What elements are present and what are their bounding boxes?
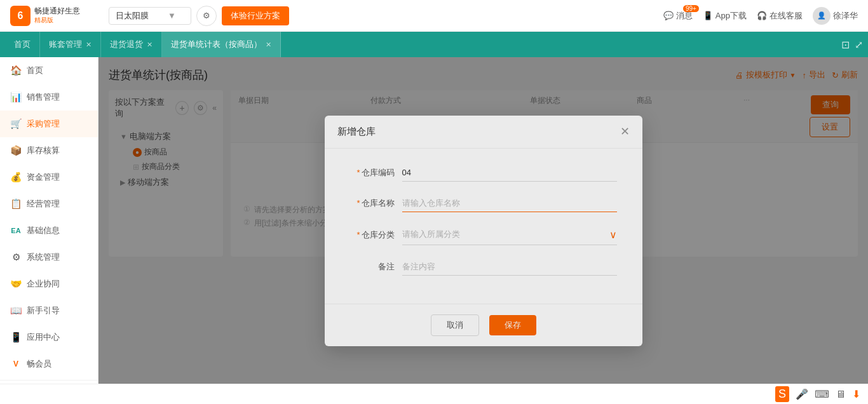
- messages-icon-item[interactable]: 💬 消息 99+: [663, 10, 693, 22]
- sidebar-label-finance: 资金管理: [27, 172, 60, 183]
- form-row-category: *仓库分类 请输入所属分类 ∨: [350, 225, 617, 245]
- page-content: 进货单统计(按商品) 🖨 按模板打印 ▼ ↑ 导出 ↻ 刷新: [98, 57, 868, 404]
- modal-overlay: 新增仓库 ✕ *仓库编码 *仓库名称: [98, 57, 868, 404]
- category-select[interactable]: 请输入所属分类 ∨: [402, 225, 617, 245]
- purchase-icon: 🛒: [10, 118, 22, 130]
- sidebar-label-home: 首页: [27, 65, 43, 76]
- avatar: 👤: [813, 7, 831, 25]
- member-icon: V: [10, 358, 22, 370]
- tab-home[interactable]: 首页: [5, 32, 40, 57]
- sidebar-item-basic-info[interactable]: EA 基础信息: [0, 217, 98, 244]
- sidebar-label-purchase: 采购管理: [27, 118, 60, 130]
- cancel-btn[interactable]: 取消: [431, 314, 479, 336]
- logo-area: 6 畅捷通好生意 精易版: [10, 6, 109, 26]
- save-btn[interactable]: 保存: [489, 315, 536, 335]
- gear-button[interactable]: ⚙: [196, 6, 217, 26]
- logo-icon: 6: [10, 6, 31, 26]
- headset-icon: 🎧: [757, 11, 767, 20]
- search-selector[interactable]: 日太阳膜 ▼: [109, 7, 191, 25]
- sidebar-item-system[interactable]: ⚙ 系统管理: [0, 244, 98, 271]
- s-icon[interactable]: S: [775, 386, 789, 402]
- app-download-item[interactable]: 📱 App下载: [703, 10, 747, 22]
- note-input[interactable]: [402, 258, 617, 276]
- tab-fullscreen-icon[interactable]: ⤢: [855, 39, 863, 51]
- sidebar-separator: [0, 380, 98, 380]
- name-input[interactable]: [402, 194, 617, 212]
- sidebar-item-enterprise[interactable]: 🤝 企业协同: [0, 271, 98, 297]
- mobile-icon: 📱: [703, 11, 713, 20]
- sidebar-item-finance[interactable]: 💰 资金管理: [0, 164, 98, 191]
- online-service-item[interactable]: 🎧 在线客服: [757, 10, 803, 22]
- operations-icon: 📋: [10, 198, 22, 210]
- form-row-note: 备注: [350, 258, 617, 276]
- form-row-name: *仓库名称: [350, 194, 617, 212]
- sidebar-item-guide[interactable]: 📖 新手引导: [0, 297, 98, 324]
- sidebar: 🏠 首页 📊 销售管理 🛒 采购管理 📦 库存核算 💰 资金管理 📋 经营管理 …: [0, 57, 98, 404]
- tab-close-account[interactable]: ✕: [86, 41, 92, 49]
- sidebar-item-home[interactable]: 🏠 首页: [0, 57, 98, 84]
- sidebar-item-sales[interactable]: 📊 销售管理: [0, 84, 98, 111]
- sidebar-label-enterprise: 企业协同: [27, 278, 60, 290]
- sidebar-item-inventory[interactable]: 📦 库存核算: [0, 137, 98, 164]
- modal-close-btn[interactable]: ✕: [620, 126, 630, 137]
- sidebar-label-sales: 销售管理: [27, 91, 60, 103]
- home-tab-label: 首页: [14, 39, 31, 50]
- enterprise-icon: 🤝: [10, 278, 22, 290]
- sidebar-label-inventory: 库存核算: [27, 145, 60, 156]
- status-bar: S 🎤 ⌨ 🖥 ⬇: [0, 384, 868, 404]
- header-search-area: 日太阳膜 ▼ ⚙ 体验行业方案: [109, 6, 663, 26]
- notification-badge: 99+: [683, 5, 699, 12]
- username-label: 徐泽华: [833, 10, 858, 22]
- inventory-icon: 📦: [10, 145, 22, 156]
- tab-expand-icon[interactable]: ⊡: [841, 39, 850, 51]
- header-right: 💬 消息 99+ 📱 App下载 🎧 在线客服 👤 徐泽华: [663, 7, 858, 25]
- select-chevron-icon: ∨: [609, 229, 617, 241]
- account-tab-label: 账套管理: [49, 39, 82, 50]
- tab-bar: 首页 账套管理 ✕ 进货退货 ✕ 进货单统计表（按商品） ✕ ⊡ ⤢: [0, 32, 868, 57]
- guide-icon: 📖: [10, 305, 22, 316]
- code-input[interactable]: [402, 164, 617, 182]
- sidebar-label-apps: 应用中心: [27, 332, 60, 343]
- top-header: 6 畅捷通好生意 精易版 日太阳膜 ▼ ⚙ 体验行业方案 💬 消息 99+ 📱 …: [0, 0, 868, 32]
- modal-header: 新增仓库 ✕: [325, 116, 642, 149]
- modal-body: *仓库编码 *仓库名称 *仓库分类: [325, 149, 642, 304]
- stats-tab-label: 进货单统计表（按商品）: [171, 39, 262, 50]
- system-icon: ⚙: [10, 252, 22, 263]
- app-download-label: App下载: [715, 10, 747, 22]
- sidebar-label-basic-info: 基础信息: [27, 225, 60, 236]
- sidebar-label-guide: 新手引导: [27, 305, 60, 316]
- mic-icon[interactable]: 🎤: [796, 388, 808, 400]
- home-icon: 🏠: [10, 65, 22, 76]
- company-name: 畅捷通好生意: [34, 6, 80, 17]
- name-label: *仓库名称: [350, 198, 395, 209]
- tab-stats[interactable]: 进货单统计表（按商品） ✕: [162, 32, 281, 57]
- sales-icon: 📊: [10, 91, 22, 103]
- message-icon: 💬: [663, 11, 674, 20]
- download-icon[interactable]: ⬇: [852, 388, 860, 400]
- finance-icon: 💰: [10, 172, 22, 183]
- sidebar-label-operations: 经营管理: [27, 198, 60, 210]
- version-badge: 精易版: [34, 16, 80, 25]
- sidebar-item-operations[interactable]: 📋 经营管理: [0, 191, 98, 217]
- keyboard-icon[interactable]: ⌨: [815, 388, 829, 400]
- category-label: *仓库分类: [350, 229, 395, 241]
- sidebar-label-system: 系统管理: [27, 252, 60, 263]
- monitor-icon[interactable]: 🖥: [836, 389, 846, 400]
- sidebar-label-member: 畅会员: [27, 358, 51, 370]
- tab-close-stats[interactable]: ✕: [266, 41, 271, 49]
- tab-account[interactable]: 账套管理 ✕: [40, 32, 101, 57]
- sidebar-item-apps[interactable]: 📱 应用中心: [0, 324, 98, 351]
- tab-return[interactable]: 进货退货 ✕: [101, 32, 162, 57]
- tab-bar-right: ⊡ ⤢: [841, 39, 863, 51]
- apps-icon: 📱: [10, 332, 22, 343]
- chevron-down-icon: ▼: [168, 11, 176, 20]
- sidebar-item-member[interactable]: V 畅会员: [0, 351, 98, 377]
- modal-title: 新增仓库: [337, 126, 376, 138]
- experience-btn[interactable]: 体验行业方案: [222, 6, 289, 25]
- user-profile-item[interactable]: 👤 徐泽华: [813, 7, 858, 25]
- modal-footer: 取消 保存: [325, 304, 642, 346]
- basic-info-icon: EA: [10, 225, 22, 236]
- category-placeholder: 请输入所属分类: [402, 229, 460, 240]
- tab-close-return[interactable]: ✕: [147, 41, 153, 49]
- sidebar-item-purchase[interactable]: 🛒 采购管理: [0, 111, 98, 137]
